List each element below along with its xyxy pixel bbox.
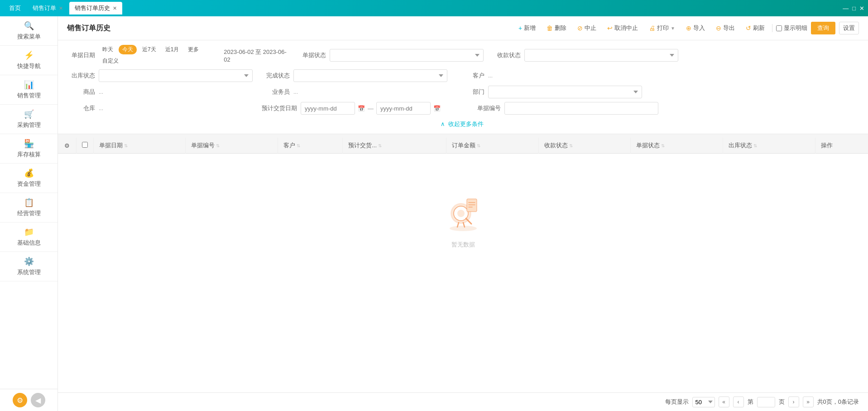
- customer-ellipsis[interactable]: ...: [488, 73, 493, 79]
- import-button[interactable]: ⊕ 导入: [682, 22, 709, 34]
- window-close-icon[interactable]: ✕: [859, 5, 864, 12]
- stop-button[interactable]: ⊘ 中止: [574, 22, 600, 34]
- sidebar-expand-btn[interactable]: ◀: [31, 393, 45, 407]
- complete-status-select[interactable]: [293, 69, 447, 82]
- show-details-input[interactable]: [776, 25, 782, 31]
- print-button[interactable]: 🖨 打印 ▼: [645, 22, 679, 34]
- th-date[interactable]: 单据日期 ⇅: [93, 138, 186, 154]
- svg-point-0: [450, 226, 477, 231]
- filter-row-4: 仓库 ... 预计交货日期 📅 — 📅 单据编号: [67, 102, 859, 115]
- th-customer-sort[interactable]: 客户 ⇅: [283, 141, 337, 150]
- bill-status-select[interactable]: [330, 49, 484, 62]
- th-expected-date[interactable]: 预计交货... ⇅: [343, 138, 446, 154]
- th-bill-status-sort[interactable]: 单据状态 ⇅: [636, 141, 717, 150]
- th-bill-status[interactable]: 单据状态 ⇅: [631, 138, 723, 154]
- show-details-label: 显示明细: [784, 24, 807, 32]
- show-details-checkbox[interactable]: 显示明细: [776, 24, 807, 32]
- refresh-button[interactable]: ↺ 刷新: [742, 22, 768, 34]
- new-label: 新增: [524, 24, 536, 32]
- date-separator: 📅: [358, 105, 365, 112]
- sidebar-item-quick-nav-label: 快捷导航: [17, 62, 41, 70]
- export-button[interactable]: ⊖ 导出: [712, 22, 739, 34]
- sidebar-item-basic-info[interactable]: 📁 基础信息: [0, 222, 58, 252]
- total-label: 共0页，0条记录: [817, 398, 859, 406]
- cancel-stop-button[interactable]: ↩ 取消中止: [604, 22, 642, 34]
- th-amount[interactable]: 订单金额 ⇅: [446, 138, 538, 154]
- th-out-status-sort-icon: ⇅: [753, 143, 757, 148]
- collapse-bar[interactable]: ∧ 收起更多条件: [67, 118, 859, 129]
- sidebar-item-purchase-mgmt[interactable]: 🛒 采购管理: [0, 105, 58, 134]
- tab-sales-order[interactable]: 销售订单 ✕: [27, 2, 68, 15]
- page-next-btn[interactable]: ›: [788, 396, 799, 407]
- date-tag-more[interactable]: 更多: [184, 45, 202, 54]
- select-all-checkbox[interactable]: [82, 142, 88, 148]
- sidebar-item-search-menu[interactable]: 🔍 搜索菜单: [0, 16, 58, 46]
- page-number-input[interactable]: 1: [757, 397, 775, 407]
- page-size-select[interactable]: 50 10 20 100: [692, 397, 715, 407]
- receipt-status-select[interactable]: [524, 49, 678, 62]
- sidebar: 🔍 搜索菜单 ⚡ 快捷导航 📊 销售管理 🛒 采购管理 🏪 库存核算 💰 资金管…: [0, 16, 58, 411]
- th-amount-sort-icon: ⇅: [477, 143, 480, 148]
- th-amount-sort[interactable]: 订单金额 ⇅: [452, 141, 533, 150]
- system-mgmt-icon: ⚙️: [24, 256, 34, 266]
- th-expected-date-sort[interactable]: 预计交货... ⇅: [348, 141, 441, 150]
- tab-sales-order-history[interactable]: 销售订单历史 ✕: [69, 2, 122, 15]
- th-bill-no[interactable]: 单据编号 ⇅: [186, 138, 278, 154]
- page-prev-btn[interactable]: ‹: [733, 396, 744, 407]
- th-bill-no-sort[interactable]: 单据编号 ⇅: [191, 141, 272, 150]
- dept-select[interactable]: [488, 86, 642, 98]
- th-receipt-status-sort[interactable]: 收款状态 ⇅: [544, 141, 625, 150]
- th-date-sort[interactable]: 单据日期 ⇅: [99, 141, 180, 150]
- new-icon: +: [518, 24, 522, 32]
- sidebar-item-operations[interactable]: 📋 经营管理: [0, 193, 58, 222]
- sidebar-item-sales-mgmt[interactable]: 📊 销售管理: [0, 75, 58, 105]
- sidebar-item-system-mgmt[interactable]: ⚙️ 系统管理: [0, 252, 58, 281]
- toolbar: + 新增 🗑 删除 ⊘ 中止 ↩ 取消中止 🖨 打印: [515, 22, 859, 40]
- tab-home[interactable]: 首页: [4, 2, 26, 15]
- delete-button[interactable]: 🗑 删除: [543, 22, 570, 34]
- sidebar-item-inventory[interactable]: 🏪 库存核算: [0, 134, 58, 164]
- warehouse-ellipsis[interactable]: ...: [99, 105, 103, 111]
- expected-date-start[interactable]: [301, 102, 355, 115]
- goods-ellipsis[interactable]: ...: [99, 89, 103, 95]
- tab-sales-order-close[interactable]: ✕: [59, 6, 63, 11]
- date-tag-yesterday[interactable]: 昨天: [99, 45, 117, 54]
- expected-date-end[interactable]: [376, 102, 431, 115]
- cancel-stop-icon: ↩: [607, 24, 613, 32]
- out-status-select[interactable]: [99, 69, 253, 82]
- tab-sales-order-history-close[interactable]: ✕: [113, 6, 117, 11]
- sidebar-item-purchase-mgmt-label: 采购管理: [17, 121, 41, 129]
- th-settings[interactable]: ⚙: [58, 138, 76, 154]
- date-tag-1month[interactable]: 近1月: [162, 45, 183, 54]
- th-checkbox[interactable]: [76, 138, 93, 154]
- th-customer-label: 客户: [283, 141, 295, 150]
- top-bar-right: — □ ✕: [843, 5, 864, 12]
- sales-mgmt-icon: 📊: [24, 80, 34, 90]
- new-button[interactable]: + 新增: [515, 22, 539, 34]
- sidebar-item-quick-nav[interactable]: ⚡ 快捷导航: [0, 46, 58, 75]
- quick-nav-icon: ⚡: [24, 50, 34, 60]
- page-first-btn[interactable]: «: [719, 396, 729, 407]
- dept-control: [488, 86, 642, 98]
- settings-button[interactable]: 设置: [839, 22, 859, 34]
- date-tag-7days[interactable]: 近7天: [139, 45, 160, 54]
- bill-number-input[interactable]: [504, 102, 658, 115]
- salesperson-control: ...: [293, 89, 447, 95]
- warehouse-label: 仓库: [67, 104, 99, 112]
- th-out-status[interactable]: 出库状态 ⇅: [723, 138, 815, 154]
- window-maximize-icon[interactable]: □: [852, 5, 856, 12]
- sidebar-item-search-menu-label: 搜索菜单: [17, 33, 41, 41]
- page-last-btn[interactable]: »: [803, 396, 814, 407]
- sidebar-settings-btn[interactable]: ⚙: [13, 393, 27, 407]
- th-expected-date-sort-icon: ⇅: [378, 143, 382, 148]
- window-minimize-icon[interactable]: —: [843, 5, 849, 12]
- date-tag-custom[interactable]: 自定义: [99, 56, 122, 66]
- th-receipt-status[interactable]: 收款状态 ⇅: [538, 138, 631, 154]
- query-button[interactable]: 查询: [811, 22, 835, 34]
- date-tag-today[interactable]: 今天: [119, 45, 137, 54]
- salesperson-ellipsis[interactable]: ...: [293, 89, 298, 95]
- th-out-status-sort[interactable]: 出库状态 ⇅: [729, 141, 810, 150]
- sidebar-item-finance[interactable]: 💰 资金管理: [0, 164, 58, 193]
- th-customer[interactable]: 客户 ⇅: [278, 138, 342, 154]
- empty-state-icon: [441, 190, 486, 235]
